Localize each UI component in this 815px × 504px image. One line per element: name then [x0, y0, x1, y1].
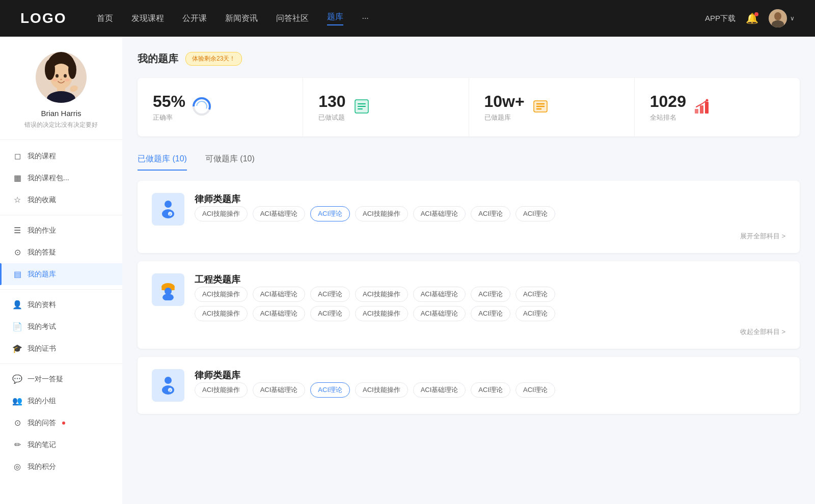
accuracy-value: 55% [153, 92, 185, 111]
eng-tag-r2-4[interactable]: ACI基础理论 [413, 306, 466, 321]
questions-done-icon [353, 98, 370, 117]
qbank-lawyer-icon: ✓ [152, 193, 184, 226]
nav-qbank[interactable]: 题库 [327, 12, 343, 25]
l2-tag-3[interactable]: ACI技能操作 [355, 382, 408, 398]
eng-tag-r2-0[interactable]: ACI技能操作 [195, 306, 248, 321]
eng-tag-r2-6[interactable]: ACI理论 [515, 306, 555, 321]
tab-done[interactable]: 已做题库 (10) [138, 149, 187, 171]
tabs-row: 已做题库 (10) 可做题库 (10) [138, 149, 800, 171]
tab-todo[interactable]: 可做题库 (10) [205, 149, 255, 171]
avatar [769, 9, 787, 27]
1on1-label: 一对一答疑 [28, 375, 63, 384]
tag-0[interactable]: ACI技能操作 [195, 206, 248, 221]
app-download-link[interactable]: APP下载 [705, 14, 736, 23]
expand-link-1[interactable]: 展开全部科目 > [740, 232, 785, 241]
l2-tag-0[interactable]: ACI技能操作 [195, 382, 248, 398]
nav-news[interactable]: 新闻资讯 [225, 13, 258, 24]
nav-more[interactable]: ··· [362, 14, 368, 23]
certificate-icon: 🎓 [12, 344, 22, 353]
sidebar-item-1on1[interactable]: 💬 一对一答疑 [0, 368, 122, 390]
qbank-engineer-tags-row1: ACI技能操作 ACI基础理论 ACI理论 ACI技能操作 ACI基础理论 AC… [195, 287, 785, 302]
nav-open-course[interactable]: 公开课 [182, 13, 207, 24]
homework-icon: ☰ [12, 226, 22, 235]
tag-3[interactable]: ACI技能操作 [355, 206, 408, 221]
nav-discover[interactable]: 发现课程 [131, 13, 164, 24]
sidebar-item-notes[interactable]: ✏ 我的笔记 [0, 434, 122, 456]
svg-point-41 [165, 377, 172, 384]
tag-5[interactable]: ACI理论 [471, 206, 510, 221]
profile-icon: 👤 [12, 300, 22, 310]
tag-4[interactable]: ACI基础理论 [413, 206, 466, 221]
user-avatar-menu[interactable]: ∨ [769, 9, 795, 27]
tag-1[interactable]: ACI基础理论 [253, 206, 306, 221]
qbank-card-lawyer-1: ✓ 律师类题库 ACI技能操作 ACI基础理论 ACI理论 ACI技能操作 AC… [138, 181, 800, 253]
svg-point-6 [45, 60, 55, 80]
qbank-engineer-icon [152, 273, 184, 306]
sidebar-item-certificate[interactable]: 🎓 我的证书 [0, 338, 122, 359]
sidebar-item-homework[interactable]: ☰ 我的作业 [0, 219, 122, 241]
sidebar-item-qbank[interactable]: ▤ 我的题库 [0, 263, 122, 285]
sidebar-item-my-collection[interactable]: ☆ 我的收藏 [0, 189, 122, 211]
l2-tag-2-active[interactable]: ACI理论 [310, 382, 350, 398]
profile-section: Brian Harris 错误的决定比没有决定要好 [0, 52, 122, 140]
eng-tag-6[interactable]: ACI理论 [515, 287, 555, 302]
svg-point-10 [56, 74, 59, 78]
sidebar-item-my-course-pack[interactable]: ▦ 我的课程包... [0, 167, 122, 189]
l2-tag-5[interactable]: ACI理论 [471, 382, 510, 398]
tag-6[interactable]: ACI理论 [515, 206, 555, 221]
svg-point-18 [197, 101, 207, 111]
eng-tag-1[interactable]: ACI基础理论 [253, 287, 306, 302]
eng-tag-4[interactable]: ACI基础理论 [413, 287, 466, 302]
svg-rect-30 [700, 105, 703, 114]
stat-accuracy: 55% 正确率 [138, 78, 303, 136]
profile-label: 我的资料 [28, 300, 56, 310]
sidebar-item-group[interactable]: 👥 我的小组 [0, 390, 122, 412]
eng-tag-3[interactable]: ACI技能操作 [355, 287, 408, 302]
sidebar-item-my-qa[interactable]: ⊙ 我的答疑 [0, 241, 122, 263]
nav-home[interactable]: 首页 [97, 13, 113, 24]
svg-point-13 [52, 78, 58, 81]
l2-tag-6[interactable]: ACI理论 [515, 382, 555, 398]
qa-icon: ⊙ [12, 247, 22, 257]
rank-icon [693, 98, 711, 117]
notes-icon: ✏ [12, 440, 22, 450]
eng-tag-2[interactable]: ACI理论 [310, 287, 350, 302]
l2-tag-4[interactable]: ACI基础理论 [413, 382, 466, 398]
eng-tag-0[interactable]: ACI技能操作 [195, 287, 248, 302]
my-course-icon: ◻ [12, 151, 22, 161]
profile-motto: 错误的决定比没有决定要好 [24, 121, 98, 129]
certificate-label: 我的证书 [28, 344, 56, 353]
collapse-link[interactable]: 收起全部科目 > [740, 327, 785, 337]
sidebar-item-exam[interactable]: 📄 我的考试 [0, 316, 122, 338]
nav-qa[interactable]: 问答社区 [276, 13, 309, 24]
sidebar-item-my-course[interactable]: ◻ 我的课程 [0, 145, 122, 167]
qbank-card-lawyer-2: ✓ 律师类题库 ACI技能操作 ACI基础理论 ACI理论 ACI技能操作 AC… [138, 357, 800, 414]
course-pack-label: 我的课程包... [28, 174, 69, 183]
questions-done-label: 已做试题 [318, 113, 345, 122]
rank-value: 1029 [650, 92, 686, 111]
eng-tag-r2-3[interactable]: ACI技能操作 [355, 306, 408, 321]
notification-bell[interactable]: 🔔 [746, 12, 758, 24]
collection-icon: ☆ [12, 195, 22, 205]
sidebar-item-profile[interactable]: 👤 我的资料 [0, 294, 122, 316]
eng-tag-r2-5[interactable]: ACI理论 [471, 306, 510, 321]
banks-done-label: 已做题库 [484, 113, 525, 122]
qa-label: 我的答疑 [28, 248, 56, 257]
eng-tag-5[interactable]: ACI理论 [471, 287, 510, 302]
page-title: 我的题库 [138, 52, 178, 66]
main-content: 我的题库 体验剩余23天！ 55% 正确率 [122, 37, 815, 504]
course-pack-icon: ▦ [12, 173, 22, 183]
svg-point-1 [774, 12, 781, 20]
questions-done-value: 130 [318, 92, 345, 111]
sidebar-item-points[interactable]: ◎ 我的积分 [0, 456, 122, 478]
svg-point-32 [705, 99, 708, 101]
eng-tag-r2-2[interactable]: ACI理论 [310, 306, 350, 321]
l2-tag-1[interactable]: ACI基础理论 [253, 382, 306, 398]
tag-2-active[interactable]: ACI理论 [310, 206, 350, 221]
logo: LOGO [20, 10, 66, 26]
sidebar-item-my-questions[interactable]: ⊙ 我的问答 [0, 412, 122, 434]
points-icon: ◎ [12, 462, 22, 471]
eng-tag-r2-1[interactable]: ACI基础理论 [253, 306, 306, 321]
svg-text:✓: ✓ [169, 213, 172, 216]
qbank-lawyer-2-title: 律师类题库 [195, 369, 785, 381]
